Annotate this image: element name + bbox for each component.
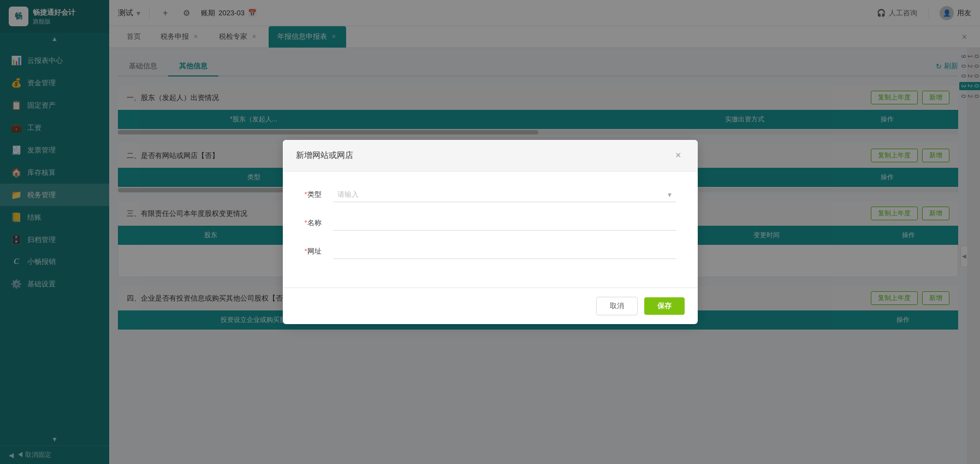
type-input-wrap: ▾ bbox=[333, 187, 676, 202]
save-button[interactable]: 保存 bbox=[644, 297, 685, 315]
modal-footer: 取消 保存 bbox=[283, 287, 698, 324]
modal-header: 新增网站或网店 × bbox=[283, 140, 698, 172]
type-required-star: * bbox=[305, 190, 307, 198]
form-field-url: *网址 bbox=[305, 244, 676, 259]
type-label: *类型 bbox=[305, 190, 326, 199]
name-input[interactable] bbox=[333, 215, 676, 231]
modal-close-button[interactable]: × bbox=[672, 149, 685, 162]
url-input-wrap bbox=[333, 244, 676, 259]
form-row-name: *名称 bbox=[305, 215, 676, 231]
form-row-url: *网址 bbox=[305, 244, 676, 259]
name-label: *名称 bbox=[305, 218, 326, 228]
name-required-star: * bbox=[305, 219, 307, 227]
url-required-star: * bbox=[305, 247, 307, 255]
modal-body: *类型 ▾ *名称 bbox=[283, 172, 698, 287]
url-label: *网址 bbox=[305, 246, 326, 256]
url-input[interactable] bbox=[333, 244, 676, 259]
form-field-name: *名称 bbox=[305, 215, 676, 231]
type-input[interactable] bbox=[333, 187, 676, 202]
cancel-button[interactable]: 取消 bbox=[596, 297, 638, 315]
modal-overlay[interactable]: 新增网站或网店 × *类型 ▾ *名 bbox=[0, 0, 980, 464]
form-field-type: *类型 ▾ bbox=[305, 187, 676, 202]
add-website-modal: 新增网站或网店 × *类型 ▾ *名 bbox=[283, 140, 698, 324]
name-input-wrap bbox=[333, 215, 676, 231]
modal-title: 新增网站或网店 bbox=[296, 150, 353, 161]
form-row-type: *类型 ▾ bbox=[305, 187, 676, 202]
